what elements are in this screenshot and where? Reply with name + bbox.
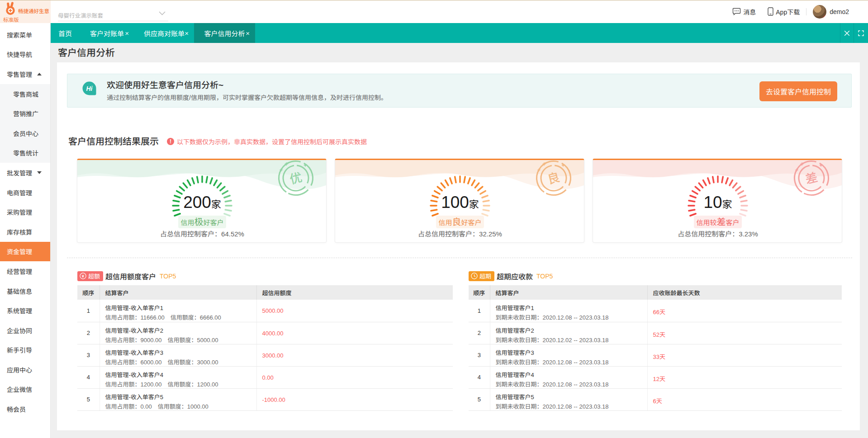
svg-text:¥: ¥ bbox=[82, 273, 85, 278]
svg-text:良: 良 bbox=[546, 170, 561, 187]
svg-text:差: 差 bbox=[804, 170, 819, 187]
svg-text:Hi: Hi bbox=[86, 85, 93, 92]
svg-text:优: 优 bbox=[289, 170, 304, 187]
